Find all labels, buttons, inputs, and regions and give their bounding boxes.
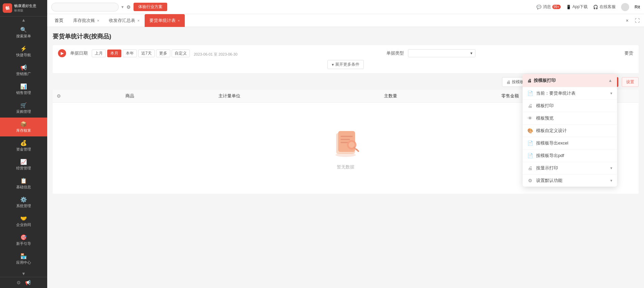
table-settings-icon[interactable]: ⚙ (57, 93, 61, 99)
sidebar-inventory-label: 库存核算 (16, 128, 31, 133)
last7days-button[interactable]: 近7天 (138, 50, 155, 57)
customer-service-item[interactable]: 🎧 在线客服 (593, 4, 616, 10)
tab-receipt-summary-close[interactable]: × (137, 19, 139, 23)
dropdown-template-design-label: 模板自定义设计 (536, 128, 567, 134)
gear-icon[interactable]: ⚙ (126, 4, 131, 10)
dropdown-default-func[interactable]: ⚙ 设置默认功能 ▾ (523, 174, 617, 187)
type-filter-label: 单据类型 (386, 50, 404, 56)
sidebar-item-finance[interactable]: 💰 资金管理 (0, 136, 47, 155)
tab-inventory-batch-close[interactable]: × (97, 19, 99, 23)
expand-more-button[interactable]: ▾ 展开更多条件 (327, 60, 364, 69)
top-bar-search-input[interactable] (51, 3, 119, 11)
sidebar-item-search[interactable]: 🔍 搜索菜单 (0, 23, 47, 42)
tab-home[interactable]: 首页 (50, 14, 68, 27)
mobile-icon: 📱 (566, 5, 571, 9)
dropdown-template-print-label: 模板打印 (536, 103, 554, 109)
pdf-icon: 📄 (527, 153, 533, 158)
sales-icon: 📊 (20, 83, 27, 90)
sidebar-item-marketing[interactable]: 📢 营销推广 (0, 61, 47, 80)
help-icon[interactable]: 📢 (25, 280, 31, 285)
app-badge: 标准版 (14, 8, 36, 13)
purchase-icon: 🛒 (20, 102, 27, 108)
tab-requisition-stats[interactable]: 要货单统计表 × (145, 14, 185, 27)
app-download-label: App下载 (573, 4, 588, 10)
industry-solution-button[interactable]: 体验行业方案 (134, 3, 167, 11)
dropdown-default-func-label: 设置默认功能 (536, 178, 562, 184)
main-area: ▾ ⚙ 体验行业方案 💬 消息 99+ 📱 App下载 🎧 在线客服 Rit 首… (47, 0, 644, 288)
prev-month-button[interactable]: 上月 (92, 50, 106, 57)
avatar[interactable] (621, 3, 629, 11)
yh-label: 要货 (624, 50, 633, 56)
default-func-icon: ⚙ (527, 178, 533, 183)
sidebar-item-beginner[interactable]: 🎯 新手引导 (0, 231, 47, 250)
finance-icon: 💰 (20, 140, 27, 146)
dropdown-template-preview[interactable]: 👁 模板预览 (523, 112, 617, 124)
system-icon: ⚙️ (20, 196, 27, 203)
notifications-label: 消息 (543, 4, 551, 10)
sidebar-search-label: 搜索菜单 (16, 34, 31, 39)
sidebar-operations-label: 经营管理 (16, 166, 31, 171)
col-unit-header: 主计量单位 (214, 90, 380, 103)
search-icon: 🔍 (20, 27, 27, 33)
tab-requisition-stats-close[interactable]: × (178, 19, 180, 23)
sidebar-item-system[interactable]: ⚙️ 系统管理 (0, 193, 47, 212)
current-month-button[interactable]: 本月 (107, 50, 121, 57)
dropdown-export-pdf[interactable]: 📄 按模板导出pdf (523, 149, 617, 162)
sidebar-enterprise-label: 企业协同 (16, 222, 31, 227)
sidebar-item-purchase[interactable]: 🛒 采购管理 (0, 99, 47, 118)
page-title: 要货单统计表(按商品) (53, 32, 639, 40)
sidebar-item-inventory[interactable]: 📦 库存核算 (0, 118, 47, 136)
dropdown-current-item[interactable]: 📄 当前：要货单统计表 ▾ (523, 87, 617, 99)
sidebar-finance-label: 资金管理 (16, 147, 31, 152)
dropdown-export-excel[interactable]: 📄 按模板导出excel (523, 137, 617, 149)
dropdown-header: 🖨 按模板打印 ▲ (523, 74, 617, 87)
tab-inventory-batch[interactable]: 库存批次账 × (68, 14, 104, 27)
sidebar-item-appstore[interactable]: 🏪 应用中心 (0, 250, 47, 268)
sidebar-quick-nav-label: 快捷导航 (16, 53, 31, 58)
tabs-expand-button[interactable]: × (623, 17, 631, 25)
sidebar-item-enterprise[interactable]: 🤝 企业协同 (0, 212, 47, 231)
settings-button[interactable]: 设置 (622, 77, 639, 87)
dropdown-template-print[interactable]: 🖨 模板打印 (523, 99, 617, 112)
chevron-right-display-icon: ▾ (610, 166, 612, 170)
sidebar-item-operations[interactable]: 📈 经营管理 (0, 155, 47, 174)
sidebar-appstore-label: 应用中心 (16, 260, 31, 265)
message-icon: 💬 (536, 5, 541, 9)
svg-rect-3 (341, 136, 353, 137)
printer-header-icon: 🖨 (527, 78, 532, 83)
col-settings-header[interactable]: ⚙ (53, 90, 121, 103)
tab-receipt-summary[interactable]: 收发存汇总表 × (104, 14, 144, 27)
user-name[interactable]: Rit (635, 4, 640, 9)
notification-badge: 99+ (552, 5, 561, 9)
sidebar-sales-label: 销售管理 (16, 90, 31, 95)
app-download-item[interactable]: 📱 App下载 (566, 4, 588, 10)
type-filter-select[interactable]: ▾ (408, 49, 475, 57)
chevron-right-current-icon: ▾ (610, 91, 612, 96)
chevron-down-icon[interactable]: ▾ (121, 4, 124, 9)
dropdown-display-print[interactable]: 🖨 按显示打印 ▾ (523, 162, 617, 174)
settings-icon[interactable]: ⚙ (17, 280, 21, 285)
app-logo: 畅 畅康通好生意 标准版 (0, 0, 47, 17)
sidebar-scroll-down[interactable]: ▼ (0, 270, 47, 277)
operations-icon: 📈 (20, 159, 27, 165)
current-year-button[interactable]: 本年 (123, 50, 137, 57)
more-date-button[interactable]: 更多 (156, 50, 170, 57)
dropdown-template-design[interactable]: 🎨 模板自定义设计 (523, 124, 617, 137)
sidebar-item-quick-nav[interactable]: ⚡ 快捷导航 (0, 42, 47, 61)
beginner-icon: 🎯 (20, 234, 27, 241)
notifications-item[interactable]: 💬 消息 99+ (536, 4, 561, 10)
expand-more-label: 展开更多条件 (335, 62, 359, 67)
tabs-maximize-button[interactable]: ⛶ (633, 17, 641, 25)
sidebar-scroll-up[interactable]: ▲ (0, 17, 47, 23)
empty-text: 暂无数据 (337, 164, 354, 170)
chevron-up-dropdown-icon[interactable]: ▲ (608, 78, 612, 83)
preview-icon: 👁 (527, 116, 533, 121)
filter-expand-button[interactable]: ▶ (58, 49, 66, 57)
sidebar-item-sales[interactable]: 📊 销售管理 (0, 80, 47, 99)
app-name: 畅康通好生意 (14, 3, 36, 8)
document-icon: 📄 (527, 91, 533, 96)
sidebar-item-basics[interactable]: 📋 基础信息 (0, 174, 47, 193)
inventory-icon: 📦 (20, 121, 27, 127)
dropdown-display-print-label: 按显示打印 (536, 165, 558, 171)
custom-date-button[interactable]: 自定义 (172, 50, 190, 57)
